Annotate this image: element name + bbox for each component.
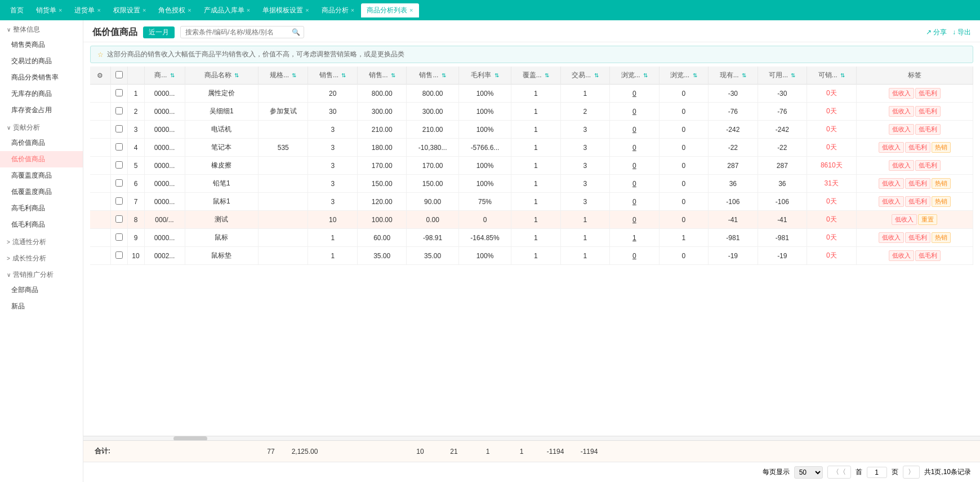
- view1-link[interactable]: 0: [632, 162, 636, 170]
- export-button[interactable]: ↓ 导出: [952, 28, 971, 37]
- sales-gross-col[interactable]: 销售... ⇅: [407, 67, 458, 85]
- sidebar-item-low-coverage[interactable]: 低覆盖度商品: [0, 184, 83, 200]
- view1-link[interactable]: 0: [632, 90, 636, 98]
- checkbox-cell[interactable]: [110, 121, 127, 139]
- tab-sales[interactable]: 销货单 ×: [30, 3, 68, 17]
- close-permission-icon[interactable]: ×: [142, 7, 146, 14]
- sidebar-item-low-profit[interactable]: 低毛利商品: [0, 216, 83, 233]
- search-icon[interactable]: 🔍: [292, 28, 300, 36]
- view1-link[interactable]: 0: [632, 252, 636, 260]
- page-number-input[interactable]: [867, 467, 887, 478]
- checkbox-cell[interactable]: [110, 85, 127, 103]
- view1-cell[interactable]: 0: [610, 211, 659, 229]
- close-role-icon[interactable]: ×: [188, 7, 191, 14]
- sidebar-group-general[interactable]: ∨ 整体信息: [0, 20, 83, 37]
- row-checkbox[interactable]: [115, 251, 123, 259]
- sidebar-item-occupy[interactable]: 库存资金占用: [0, 102, 83, 118]
- page-size-select[interactable]: 50 100 200: [794, 466, 823, 479]
- sidebar-item-low-value[interactable]: 低价值商品: [0, 151, 83, 167]
- close-product-in-icon[interactable]: ×: [247, 7, 250, 14]
- tab-template[interactable]: 单据模板设置 ×: [257, 3, 314, 17]
- row-checkbox[interactable]: [115, 233, 123, 241]
- view1-cell[interactable]: 1: [610, 229, 659, 247]
- checkbox-cell[interactable]: [110, 157, 127, 175]
- tab-analysis-list[interactable]: 商品分析列表 ×: [361, 3, 418, 17]
- row-checkbox[interactable]: [115, 143, 123, 151]
- tab-product-in[interactable]: 产成品入库单 ×: [198, 3, 256, 17]
- tab-role[interactable]: 角色授权 ×: [153, 3, 197, 17]
- sales-qty-col[interactable]: 销售... ⇅: [308, 67, 357, 85]
- row-checkbox[interactable]: [115, 215, 123, 223]
- row-checkbox[interactable]: [115, 179, 123, 187]
- checkbox-cell[interactable]: [110, 175, 127, 193]
- view1-cell[interactable]: 0: [610, 193, 659, 211]
- sidebar-group-marketing[interactable]: ∨ 营销推广分析: [0, 266, 83, 282]
- view1-cell[interactable]: 0: [610, 121, 659, 139]
- close-template-icon[interactable]: ×: [305, 7, 309, 14]
- tab-purchase[interactable]: 进货单 ×: [69, 3, 106, 17]
- sidebar-item-new-products[interactable]: 新品: [0, 298, 83, 315]
- next-page-button[interactable]: 〉: [903, 466, 920, 479]
- sidebar-item-traded[interactable]: 交易过的商品: [0, 53, 83, 69]
- settings-col[interactable]: ⚙: [90, 67, 110, 85]
- close-purchase-icon[interactable]: ×: [97, 7, 100, 14]
- row-checkbox[interactable]: [115, 89, 123, 96]
- sidebar-group-profit[interactable]: ∨ 贡献分析: [0, 118, 83, 135]
- current-col[interactable]: 现有... ⇅: [709, 67, 758, 85]
- coverage-col[interactable]: 覆盖... ⇅: [511, 67, 560, 85]
- view1-col[interactable]: 浏览... ⇅: [610, 67, 659, 85]
- first-page-button[interactable]: 〈〈: [827, 466, 851, 479]
- spec-col[interactable]: 规格... ⇅: [259, 67, 308, 85]
- view1-link[interactable]: 0: [632, 180, 636, 188]
- sidebar-item-high-value[interactable]: 高价值商品: [0, 135, 83, 151]
- checkbox-cell[interactable]: [110, 229, 127, 247]
- sidebar-item-high-coverage[interactable]: 高覆盖度商品: [0, 167, 83, 184]
- share-button[interactable]: ↗ 分享: [926, 28, 947, 37]
- close-analysis-list-icon[interactable]: ×: [409, 7, 413, 14]
- name-col[interactable]: 商品名称 ⇅: [185, 67, 258, 85]
- available-col[interactable]: 可用... ⇅: [758, 67, 807, 85]
- view1-cell[interactable]: 0: [610, 247, 659, 265]
- tab-analysis[interactable]: 商品分析 ×: [316, 3, 360, 17]
- checkbox-cell[interactable]: [110, 247, 127, 265]
- sidebar-group-growth[interactable]: > 成长性分析: [0, 249, 83, 266]
- table-wrapper[interactable]: ⚙ 商... ⇅ 商品名称 ⇅ 规格... ⇅ 销售... ⇅ 销售... ⇅ …: [83, 67, 980, 436]
- checkbox-cell[interactable]: [110, 103, 127, 121]
- view1-cell[interactable]: 0: [610, 85, 659, 103]
- close-sales-icon[interactable]: ×: [59, 7, 62, 14]
- sidebar-group-flow[interactable]: > 流通性分析: [0, 233, 83, 249]
- checkbox-cell[interactable]: [110, 211, 127, 229]
- view1-cell[interactable]: 0: [610, 103, 659, 121]
- view1-cell[interactable]: 0: [610, 157, 659, 175]
- saleable-col[interactable]: 可销... ⇅: [807, 67, 856, 85]
- trade-col[interactable]: 交易... ⇅: [560, 67, 609, 85]
- row-checkbox[interactable]: [115, 197, 123, 205]
- view1-cell[interactable]: 0: [610, 175, 659, 193]
- search-input[interactable]: [180, 26, 304, 38]
- code-col[interactable]: 商... ⇅: [144, 67, 185, 85]
- sales-amount-col[interactable]: 销售... ⇅: [357, 67, 406, 85]
- row-checkbox[interactable]: [115, 107, 123, 114]
- row-checkbox[interactable]: [115, 125, 123, 132]
- tab-permission[interactable]: 权限设置 ×: [108, 3, 152, 17]
- checkbox-cell[interactable]: [110, 139, 127, 157]
- sidebar-item-all-products[interactable]: 全部商品: [0, 282, 83, 298]
- view1-link[interactable]: 0: [632, 144, 636, 152]
- tab-home[interactable]: 首页: [5, 3, 29, 17]
- select-all-checkbox[interactable]: [115, 71, 123, 78]
- period-button[interactable]: 近一月: [143, 26, 175, 38]
- view1-link[interactable]: 1: [632, 234, 636, 242]
- row-checkbox[interactable]: [115, 161, 123, 169]
- view1-cell[interactable]: 0: [610, 139, 659, 157]
- close-analysis-icon[interactable]: ×: [351, 7, 354, 14]
- sidebar-item-no-inventory[interactable]: 无库存的商品: [0, 86, 83, 102]
- view1-link[interactable]: 0: [632, 198, 636, 206]
- view2-col[interactable]: 浏览... ⇅: [659, 67, 708, 85]
- scroll-bar[interactable]: [83, 436, 980, 440]
- checkbox-cell[interactable]: [110, 193, 127, 211]
- sidebar-item-high-profit[interactable]: 高毛利商品: [0, 200, 83, 216]
- sidebar-item-category-sales[interactable]: 商品分类销售率: [0, 69, 83, 86]
- view1-link[interactable]: 0: [632, 216, 636, 224]
- sidebar-item-sales-category[interactable]: 销售类商品: [0, 37, 83, 53]
- view1-link[interactable]: 0: [632, 108, 636, 116]
